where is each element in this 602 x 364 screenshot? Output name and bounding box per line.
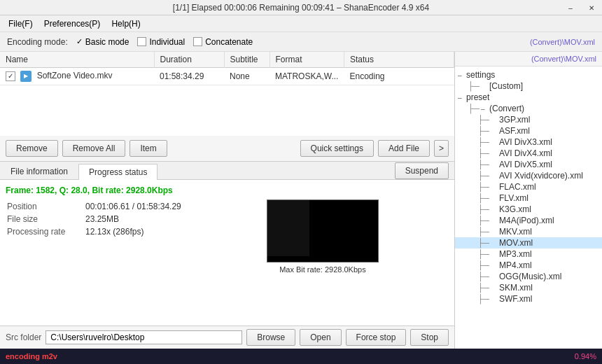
tree-item-label: AVI DivX3.xml (499, 137, 552, 147)
tree-item[interactable]: ├─SWF.xml (455, 293, 602, 304)
tree-header: (Convert)\MOV.xml (455, 52, 602, 66)
tree-container[interactable]: –settings├─[Custom]–preset├─–(Convert)├─… (455, 66, 602, 349)
menu-preferences[interactable]: Preferences(P) (38, 18, 106, 30)
minimize-button[interactable]: – (560, 0, 581, 15)
tree-item[interactable]: ├─3GP.xml (455, 114, 602, 125)
tree-item-label: M4A(iPod).xml (499, 216, 554, 225)
tree-item[interactable]: ├─AVI DivX5.xml (455, 159, 602, 170)
preview-box (267, 200, 379, 262)
row-checkbox[interactable]: ✓ (6, 71, 15, 81)
remove-button[interactable]: Remove (6, 140, 58, 157)
table-row[interactable]: ✓ ▶ SoftZone Video.mkv 01:58:34.29 None … (0, 68, 454, 85)
col-subtitle: Subtitle (224, 52, 270, 68)
file-table-body: ✓ ▶ SoftZone Video.mkv 01:58:34.29 None … (0, 68, 454, 85)
concatenate-option[interactable]: Concatenate (193, 37, 253, 47)
menu-bar: File(F) Preferences(P) Help(H) (0, 15, 602, 32)
src-folder-label: Src folder (6, 332, 41, 342)
tree-line: ├─ (477, 115, 489, 125)
file-format: MATROSKA,W... (270, 68, 344, 85)
tree-item-label: settings (466, 70, 495, 80)
item-button[interactable]: Item (130, 140, 167, 157)
tree-item-label: AVI DivX5.xml (499, 160, 552, 169)
tree-item-label: MKV.xml (499, 227, 532, 237)
basic-mode-check: ✓ (76, 37, 83, 46)
tree-item-label: MP3.xml (499, 249, 532, 259)
quick-settings-button[interactable]: Quick settings (300, 140, 374, 157)
tree-item[interactable]: ├─M4A(iPod).xml (455, 215, 602, 226)
info-table-body: Position00:01:06.61 / 01:58:34.29File si… (7, 201, 181, 237)
status-bar: encoding m2v 0.94% (0, 349, 602, 364)
tree-line: ├─ (468, 104, 479, 113)
file-table-area: Name Duration Subtitle Format Status ✓ ▶… (0, 52, 454, 136)
tree-line: ├─ (477, 227, 489, 237)
info-label: File size (7, 214, 84, 225)
tree-item[interactable]: ├─MOV.xml (455, 237, 602, 248)
tree-item[interactable]: ├─AVI Xvid(xvidcore).xml (455, 170, 602, 181)
tree-item[interactable]: –settings (455, 69, 602, 80)
stop-button[interactable]: Stop (410, 329, 449, 346)
close-button[interactable]: ✕ (581, 0, 602, 15)
tree-item[interactable]: ├─ASF.xml (455, 125, 602, 136)
src-path-input[interactable] (46, 330, 242, 344)
window-controls: – ✕ (560, 0, 602, 15)
tree-line: ├─ (477, 238, 489, 248)
file-table: Name Duration Subtitle Format Status ✓ ▶… (0, 52, 454, 85)
tree-line: ├─ (477, 294, 489, 304)
more-button[interactable]: > (434, 140, 449, 157)
tree-item[interactable]: –preset (455, 92, 602, 103)
title-bar: [1/1] Elapsed 00:00:06 Remaining 00:09:4… (0, 0, 602, 15)
menu-help[interactable]: Help(H) (106, 18, 146, 30)
tree-item[interactable]: ├─AVI DivX4.xml (455, 148, 602, 159)
info-row: File size23.25MB (7, 214, 181, 225)
tree-item[interactable]: ├─[Custom] (455, 80, 602, 92)
individual-option[interactable]: Individual (137, 37, 185, 47)
menu-file[interactable]: File(F) (3, 18, 38, 30)
tree-item[interactable]: ├─FLV.xml (455, 192, 602, 204)
tree-line: ├─ (477, 126, 489, 136)
encoding-mode-bar: Encoding mode: ✓ Basic mode Individual C… (0, 32, 602, 52)
force-stop-button[interactable]: Force stop (346, 329, 407, 346)
left-panel: Name Duration Subtitle Format Status ✓ ▶… (0, 52, 455, 349)
tree-item[interactable]: ├─FLAC.xml (455, 181, 602, 192)
remove-all-button[interactable]: Remove All (62, 140, 126, 157)
tree-item[interactable]: ├─OGG(Music).xml (455, 271, 602, 282)
tree-item[interactable]: ├─K3G.xml (455, 204, 602, 215)
tree-item[interactable]: ├─MP4.xml (455, 260, 602, 271)
basic-mode-option[interactable]: ✓ Basic mode (76, 37, 130, 47)
individual-label: Individual (149, 37, 185, 47)
file-status: Encoding (344, 68, 454, 85)
main-content: Name Duration Subtitle Format Status ✓ ▶… (0, 52, 602, 349)
info-grid: Position00:01:06.61 / 01:58:34.29File si… (6, 200, 449, 274)
add-file-button[interactable]: Add File (378, 140, 430, 157)
tab-file-info[interactable]: File information (0, 163, 78, 179)
tree-item[interactable]: ├─–(Convert) (455, 103, 602, 114)
file-subtitle: None (224, 68, 270, 85)
tree-item[interactable]: ├─AVI DivX3.xml (455, 136, 602, 148)
tree-item-label: SKM.xml (499, 283, 533, 293)
col-format: Format (270, 52, 344, 68)
tabs-row: File information Progress status Suspend (0, 162, 454, 180)
tree-line: ├─ (468, 81, 479, 91)
right-buttons: Quick settings Add File > (300, 140, 449, 157)
percent-display: 0.94% (575, 352, 596, 360)
browse-button[interactable]: Browse (246, 329, 295, 346)
info-value: 00:01:06.61 / 01:58:34.29 (85, 201, 181, 212)
preview-area: Max Bit rate: 2928.0Kbps (197, 200, 449, 274)
tree-item-label: OGG(Music).xml (499, 272, 561, 281)
tree-item[interactable]: ├─MKV.xml (455, 226, 602, 237)
tree-item[interactable]: ├─SKM.xml (455, 282, 602, 293)
tree-item-label: K3G.xml (499, 204, 531, 214)
tree-item-label: MOV.xml (499, 238, 533, 248)
suspend-button[interactable]: Suspend (395, 162, 449, 179)
tree-line: ├─ (477, 148, 489, 158)
tree-item[interactable]: ├─MP3.xml (455, 248, 602, 260)
col-name: Name (0, 52, 154, 68)
buttons-row: Remove Remove All Item Quick settings Ad… (0, 136, 454, 162)
right-panel: (Convert)\MOV.xml –settings├─[Custom]–pr… (455, 52, 602, 349)
col-duration: Duration (154, 52, 224, 68)
open-button[interactable]: Open (300, 329, 341, 346)
current-file-label: (Convert)\MOV.xml (530, 38, 595, 46)
tab-progress-status[interactable]: Progress status (78, 164, 158, 180)
tree-line: ├─ (477, 171, 489, 181)
frame-info: Frame: 1582, Q: 28.0, Bit rate: 2928.0Kb… (6, 186, 449, 195)
